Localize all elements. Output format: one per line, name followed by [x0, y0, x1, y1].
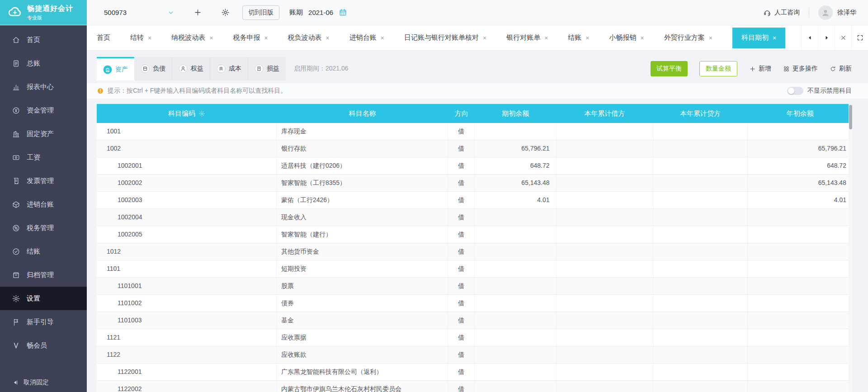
sidebar-item-report-center[interactable]: 报表中心 — [0, 75, 87, 99]
close-tab-icon[interactable]: × — [544, 34, 548, 42]
cell-ytd-credit — [653, 209, 748, 226]
scrollbar-thumb[interactable] — [849, 105, 852, 129]
col-header-initial-balance: 年初余额 — [748, 104, 853, 123]
trial-balance-button[interactable]: 试算平衡 — [651, 61, 688, 76]
category-tab-profit-loss[interactable]: 损益 — [248, 57, 286, 80]
gear-icon — [12, 294, 20, 303]
workspace-tab[interactable]: 进销台账× — [349, 33, 384, 42]
workspace-tab-label: 日记账与银行对账单核对 — [404, 33, 479, 42]
sidebar-item-funds[interactable]: 资金管理 — [0, 99, 87, 122]
headset-icon — [763, 9, 771, 17]
table-row[interactable]: 1122应收账款借 — [97, 346, 853, 364]
fullscreen-button[interactable] — [851, 25, 868, 50]
table-row[interactable]: 1122001广东黑龙智能科技有限公司（返利）借 — [97, 364, 853, 381]
category-tab-cost[interactable]: 成本 — [210, 57, 248, 80]
refresh-button[interactable]: 刷新 — [830, 65, 852, 73]
close-tab-icon[interactable]: × — [641, 34, 644, 42]
table-row[interactable]: 1002005智家智能（建行）借 — [97, 226, 853, 243]
close-tab-icon[interactable]: × — [381, 34, 384, 42]
table-row[interactable]: 1002银行存款借65,796.2165,796.21 — [97, 140, 853, 157]
support-button[interactable]: 人工咨询 — [763, 9, 800, 17]
table-row[interactable]: 1101短期投资借 — [97, 260, 853, 278]
cell-opening-balance — [475, 260, 557, 277]
sidebar-item-label: 归档管理 — [27, 271, 54, 279]
cat-pl-icon — [255, 64, 264, 73]
category-tab-liabilities[interactable]: 负债 — [134, 57, 172, 80]
table-row[interactable]: 1002003蒙佑（工行2426）借4.014.01 — [97, 192, 853, 209]
gear-icon[interactable] — [221, 8, 230, 17]
sidebar-item-tax[interactable]: 税务管理 — [0, 216, 87, 240]
sidebar-item-home[interactable]: 首页 — [0, 28, 87, 52]
table-row[interactable]: 1101002债券借 — [97, 295, 853, 312]
cell-ytd-credit — [653, 329, 748, 346]
close-tab-icon[interactable]: × — [483, 34, 486, 42]
workspace-tab[interactable]: 税负波动表× — [288, 33, 330, 42]
company-selector[interactable]: 500973 — [104, 9, 175, 16]
sidebar-item-general-ledger[interactable]: 总账 — [0, 52, 87, 75]
cell-ytd-credit — [653, 260, 748, 277]
cell-direction: 借 — [448, 278, 475, 294]
workspace-tab[interactable]: 外贸行业方案× — [664, 33, 712, 42]
period-value[interactable]: 2021-06 — [308, 9, 333, 16]
scroll-tabs-left-button[interactable] — [801, 25, 818, 50]
sidebar-item-guide[interactable]: 新手引导 — [0, 310, 87, 334]
workspace-tab[interactable]: 日记账与银行对账单核对× — [404, 33, 486, 42]
unpin-sidebar-button[interactable]: 取消固定 — [12, 378, 49, 387]
quantity-amount-button[interactable]: 数量金额 — [699, 61, 737, 76]
table-row[interactable]: 1121应收票据借 — [97, 329, 853, 346]
sidebar-item-archive[interactable]: 归档管理 — [0, 263, 87, 287]
calendar-icon[interactable] — [339, 8, 347, 17]
column-settings-gear-icon[interactable] — [198, 110, 205, 117]
sidebar-item-fixed-assets[interactable]: 固定资产 — [0, 122, 87, 146]
close-tab-icon[interactable]: × — [209, 34, 213, 42]
add-icon[interactable] — [193, 8, 202, 17]
close-tab-icon[interactable]: × — [585, 34, 589, 42]
cell-initial-balance: 648.72 — [748, 157, 853, 174]
table-row[interactable]: 1002001适居科技（建行0206）借648.72648.72 — [97, 157, 853, 175]
close-tab-icon[interactable]: × — [326, 34, 330, 42]
workspace-tab[interactable]: 结转× — [130, 33, 151, 42]
close-tab-icon[interactable]: × — [264, 34, 268, 42]
cell-code: 1002005 — [97, 226, 277, 243]
cell-direction: 借 — [448, 226, 475, 243]
more-actions-button[interactable]: 更多操作 — [783, 65, 818, 73]
sidebar-item-member[interactable]: 畅会员 — [0, 334, 87, 357]
close-tab-icon[interactable]: × — [773, 34, 776, 42]
workspace-tab[interactable]: 银行对账单× — [506, 33, 548, 42]
switch-old-version-button[interactable]: 切到旧版 — [242, 5, 279, 20]
cell-code: 1122 — [97, 346, 277, 363]
avatar[interactable] — [818, 5, 833, 20]
sidebar-item-invoice[interactable]: 发票管理 — [0, 169, 87, 193]
sidebar-item-purchase-sale[interactable]: 进销台账 — [0, 193, 87, 216]
sidebar-item-settings[interactable]: 设置 — [0, 287, 87, 310]
cell-ytd-debit — [557, 364, 653, 380]
workspace-tab[interactable]: 首页 — [97, 33, 110, 42]
sidebar-item-label: 新手引导 — [27, 318, 54, 326]
workspace-tab[interactable]: 结账× — [568, 33, 589, 42]
table-row[interactable]: 1002004现金收入借 — [97, 209, 853, 226]
workspace-tab[interactable]: 税务申报× — [233, 33, 268, 42]
close-tabs-button[interactable] — [835, 25, 851, 50]
hide-disabled-subjects-toggle[interactable] — [787, 87, 803, 95]
sidebar-item-salary[interactable]: 工资 — [0, 146, 87, 169]
scroll-tabs-right-button[interactable] — [818, 25, 835, 50]
workspace-tab[interactable]: 纳税波动表× — [171, 33, 213, 42]
table-row[interactable]: 1012其他货币资金借 — [97, 243, 853, 260]
table-row[interactable]: 1002002智家智能（工行8355）借65,143.4865,143.48 — [97, 175, 853, 192]
table-row[interactable]: 1101003基金借 — [97, 312, 853, 329]
workspace-tab-active[interactable]: 科目期初× — [732, 28, 785, 48]
table-row[interactable]: 1101001股票借 — [97, 278, 853, 295]
add-subject-button[interactable]: 新增 — [749, 65, 771, 73]
table-row[interactable]: 1001库存现金借 — [97, 123, 853, 140]
cell-direction: 借 — [448, 295, 475, 312]
category-tab-equity[interactable]: 权益 — [172, 57, 210, 80]
close-tab-icon[interactable]: × — [148, 34, 151, 42]
user-name[interactable]: 徐泽华 — [837, 9, 856, 17]
category-tab-assets[interactable]: 资产 — [97, 57, 134, 80]
table-row[interactable]: 1122002内蒙古鄂市伊旗乌兰木伦石灰村村民委员会借 — [97, 381, 853, 392]
cell-initial-balance — [748, 226, 853, 243]
workspace-tab[interactable]: 小畅报销× — [609, 33, 644, 42]
workspace-tab-label: 银行对账单 — [506, 33, 540, 42]
close-tab-icon[interactable]: × — [709, 34, 712, 42]
sidebar-item-closing[interactable]: 结账 — [0, 240, 87, 263]
